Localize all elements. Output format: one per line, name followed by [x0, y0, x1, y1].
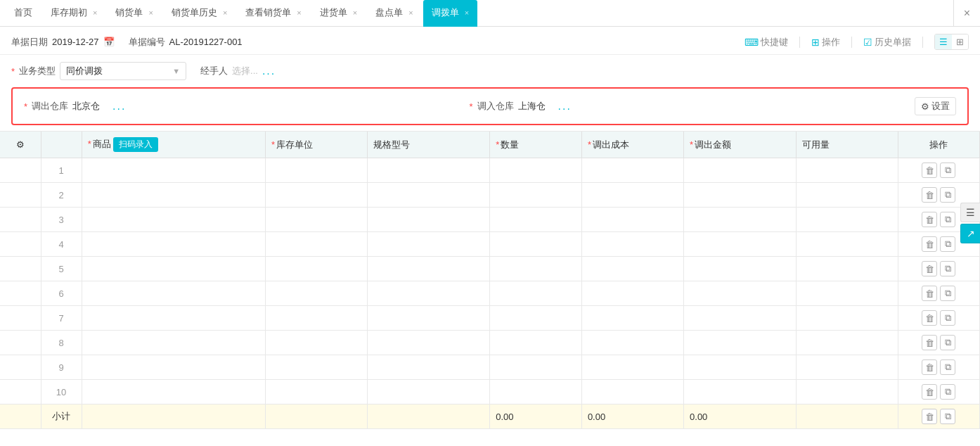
- row-product[interactable]: [82, 158, 265, 183]
- tab-purchase-order[interactable]: 进货单×: [311, 0, 366, 27]
- row-spec[interactable]: [368, 257, 490, 281]
- row-product[interactable]: [82, 208, 265, 232]
- row-unit[interactable]: [265, 281, 367, 306]
- tab-sales-history[interactable]: 销货单历史×: [163, 0, 236, 27]
- tab-home[interactable]: 首页: [6, 0, 41, 27]
- row-cost[interactable]: [581, 355, 683, 380]
- grid-view-btn[interactable]: ⊞: [952, 34, 968, 49]
- delete-row-btn[interactable]: 🗑: [922, 335, 937, 350]
- row-spec[interactable]: [368, 404, 490, 429]
- row-spec[interactable]: [368, 306, 490, 331]
- row-cost[interactable]: [581, 183, 683, 208]
- tab-close-inventory-count[interactable]: ×: [408, 8, 413, 17]
- row-cost[interactable]: [581, 208, 683, 232]
- row-qty[interactable]: [490, 158, 582, 183]
- row-spec[interactable]: [368, 158, 490, 183]
- row-amount[interactable]: [684, 306, 797, 331]
- row-available[interactable]: [796, 232, 898, 257]
- row-available[interactable]: [796, 257, 898, 281]
- delete-row-btn[interactable]: 🗑: [922, 384, 937, 400]
- row-amount[interactable]: [684, 281, 797, 306]
- row-amount[interactable]: [684, 257, 797, 281]
- row-qty[interactable]: [490, 331, 582, 355]
- business-type-selector[interactable]: 同价调拨 ▼: [60, 62, 186, 80]
- right-tool-export-btn[interactable]: ↗: [960, 224, 980, 243]
- row-qty[interactable]: [490, 380, 582, 404]
- row-cost[interactable]: 0.00: [581, 404, 683, 429]
- handler-placeholder[interactable]: 选择...: [232, 65, 258, 77]
- row-spec[interactable]: [368, 331, 490, 355]
- row-available[interactable]: [796, 306, 898, 331]
- delete-row-btn[interactable]: 🗑: [922, 409, 937, 424]
- delete-row-btn[interactable]: 🗑: [922, 359, 937, 375]
- row-unit[interactable]: [265, 380, 367, 404]
- row-available[interactable]: [796, 281, 898, 306]
- delete-row-btn[interactable]: 🗑: [922, 212, 937, 227]
- tab-view-sales[interactable]: 查看销货单×: [237, 0, 309, 27]
- delete-row-btn[interactable]: 🗑: [922, 163, 937, 178]
- tab-transfer-order[interactable]: 调拨单×: [423, 0, 477, 27]
- copy-row-btn[interactable]: ⧉: [940, 409, 955, 424]
- delete-row-btn[interactable]: 🗑: [922, 310, 937, 326]
- row-spec[interactable]: [368, 281, 490, 306]
- delete-row-btn[interactable]: 🗑: [922, 261, 937, 276]
- list-view-btn[interactable]: ☰: [935, 34, 952, 49]
- row-unit[interactable]: [265, 208, 367, 232]
- row-unit[interactable]: [265, 257, 367, 281]
- row-amount[interactable]: [684, 158, 797, 183]
- copy-row-btn[interactable]: ⧉: [940, 286, 955, 301]
- row-qty[interactable]: [490, 257, 582, 281]
- row-product[interactable]: [82, 404, 265, 429]
- copy-row-btn[interactable]: ⧉: [940, 236, 955, 252]
- copy-row-btn[interactable]: ⧉: [940, 359, 955, 375]
- warehouse-settings-btn[interactable]: ⚙ 设置: [915, 97, 956, 115]
- row-qty[interactable]: [490, 208, 582, 232]
- row-spec[interactable]: [368, 208, 490, 232]
- window-close-btn[interactable]: ×: [953, 0, 980, 27]
- row-spec[interactable]: [368, 355, 490, 380]
- row-product[interactable]: [82, 183, 265, 208]
- row-amount[interactable]: [684, 331, 797, 355]
- warehouse-in-more-btn[interactable]: ...: [558, 100, 572, 113]
- copy-row-btn[interactable]: ⧉: [940, 212, 955, 227]
- row-unit[interactable]: [265, 404, 367, 429]
- row-unit[interactable]: [265, 331, 367, 355]
- copy-row-btn[interactable]: ⧉: [940, 335, 955, 350]
- row-product[interactable]: [82, 331, 265, 355]
- shortcut-action[interactable]: ⌨ 快捷键: [744, 36, 788, 49]
- row-spec[interactable]: [368, 183, 490, 208]
- row-available[interactable]: [796, 183, 898, 208]
- row-unit[interactable]: [265, 306, 367, 331]
- row-amount[interactable]: [684, 380, 797, 404]
- row-product[interactable]: [82, 306, 265, 331]
- row-unit[interactable]: [265, 232, 367, 257]
- row-available[interactable]: [796, 158, 898, 183]
- row-cost[interactable]: [581, 306, 683, 331]
- row-qty[interactable]: [490, 355, 582, 380]
- tab-sales-order[interactable]: 销货单×: [107, 0, 161, 27]
- right-tool-list-btn[interactable]: ☰: [960, 203, 980, 222]
- row-qty[interactable]: [490, 306, 582, 331]
- delete-row-btn[interactable]: 🗑: [922, 236, 937, 252]
- row-product[interactable]: [82, 380, 265, 404]
- row-product[interactable]: [82, 232, 265, 257]
- row-qty[interactable]: [490, 183, 582, 208]
- tab-close-sales-order[interactable]: ×: [148, 8, 153, 17]
- row-qty[interactable]: 0.00: [490, 404, 582, 429]
- row-product[interactable]: [82, 355, 265, 380]
- scan-btn[interactable]: 扫码录入: [113, 137, 158, 152]
- row-cost[interactable]: [581, 281, 683, 306]
- row-amount[interactable]: [684, 355, 797, 380]
- col-settings-header[interactable]: ⚙: [0, 132, 41, 158]
- row-amount[interactable]: [684, 208, 797, 232]
- row-product[interactable]: [82, 281, 265, 306]
- copy-row-btn[interactable]: ⧉: [940, 261, 955, 276]
- row-available[interactable]: [796, 355, 898, 380]
- row-available[interactable]: [796, 331, 898, 355]
- row-amount[interactable]: [684, 183, 797, 208]
- copy-row-btn[interactable]: ⧉: [940, 163, 955, 178]
- row-amount[interactable]: [684, 232, 797, 257]
- delete-row-btn[interactable]: 🗑: [922, 187, 937, 203]
- row-qty[interactable]: [490, 232, 582, 257]
- row-unit[interactable]: [265, 355, 367, 380]
